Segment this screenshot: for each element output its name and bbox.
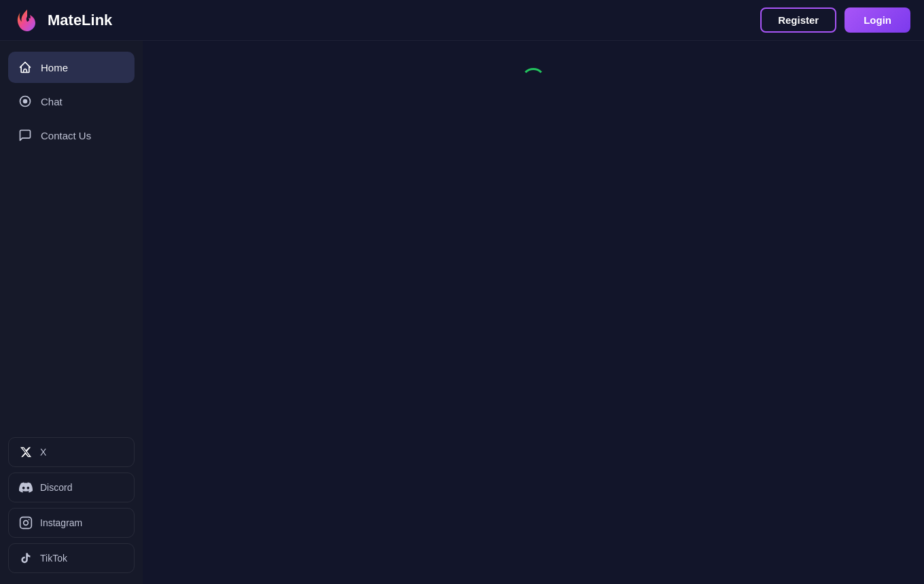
sidebar-home-label: Home	[41, 62, 68, 73]
svg-rect-2	[20, 517, 32, 529]
svg-point-4	[29, 519, 30, 521]
contact-icon	[18, 128, 33, 143]
layout: Home Chat Contact Us	[0, 0, 924, 584]
logo[interactable]: MateLink	[14, 7, 112, 34]
social-item-x[interactable]: X	[8, 437, 135, 467]
x-label: X	[40, 447, 46, 458]
instagram-label: Instagram	[40, 517, 82, 528]
home-icon	[18, 60, 33, 75]
x-icon	[18, 445, 33, 460]
sidebar-chat-label: Chat	[41, 96, 63, 107]
logo-text: MateLink	[48, 12, 112, 29]
sidebar-item-contact[interactable]: Contact Us	[8, 120, 135, 151]
loading-spinner-container	[521, 68, 546, 92]
social-links: X Discord	[8, 432, 135, 573]
instagram-icon	[18, 515, 33, 530]
social-item-discord[interactable]: Discord	[8, 473, 135, 502]
tiktok-icon	[18, 551, 33, 566]
login-button[interactable]: Login	[845, 7, 910, 33]
svg-point-1	[23, 99, 28, 104]
discord-label: Discord	[40, 482, 72, 493]
sidebar-contact-label: Contact Us	[41, 130, 91, 141]
register-button[interactable]: Register	[760, 7, 836, 33]
loading-spinner	[521, 68, 546, 92]
discord-icon	[18, 480, 33, 495]
navbar-buttons: Register Login	[760, 7, 910, 33]
sidebar-item-home[interactable]: Home	[8, 52, 135, 83]
svg-point-3	[24, 521, 29, 526]
logo-icon	[14, 7, 41, 34]
social-item-instagram[interactable]: Instagram	[8, 508, 135, 538]
sidebar-item-chat[interactable]: Chat	[8, 86, 135, 117]
social-item-tiktok[interactable]: TikTok	[8, 543, 135, 573]
chat-icon	[18, 94, 33, 109]
sidebar: Home Chat Contact Us	[0, 41, 143, 584]
tiktok-label: TikTok	[40, 553, 67, 564]
navbar: MateLink Register Login	[0, 0, 924, 41]
main-content	[143, 41, 924, 584]
sidebar-spacer	[8, 154, 135, 429]
